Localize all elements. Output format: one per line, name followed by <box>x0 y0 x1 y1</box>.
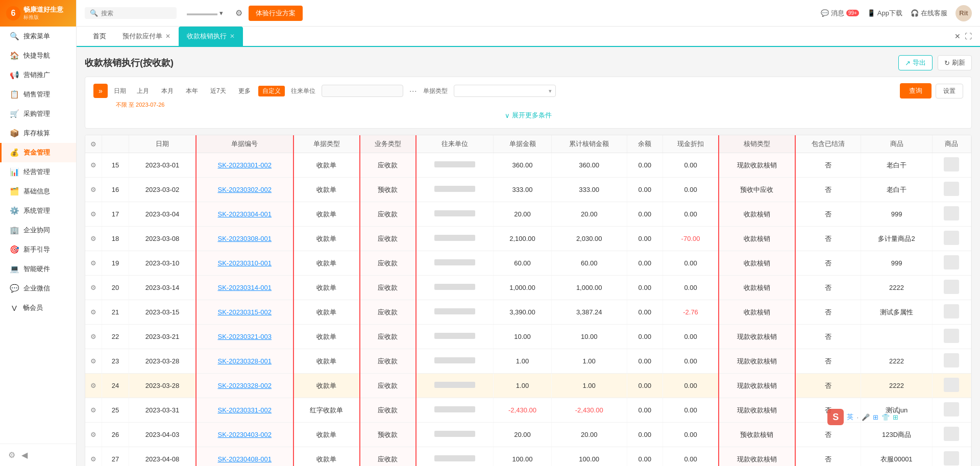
expand-more-row[interactable]: ∨ 展开更多条件 <box>93 109 963 122</box>
sidebar-item-search[interactable]: 🔍搜索菜单 <box>0 27 76 46</box>
filter-expand-arrow[interactable]: » <box>93 84 108 98</box>
sidebar-item-operations[interactable]: 📊经营管理 <box>0 162 76 182</box>
row-writeoff-amount: 100.00 <box>551 447 627 467</box>
row-writeoff-amount: 360.00 <box>551 153 627 178</box>
expand-tab-icon[interactable]: ⛶ <box>965 32 972 40</box>
order-no-link[interactable]: SK-20230308-001 <box>218 235 272 242</box>
date-btn-custom[interactable]: 自定义 <box>258 86 285 96</box>
order-no-link[interactable]: SK-20230301-002 <box>218 161 272 169</box>
row-include-settled: 否 <box>795 202 861 227</box>
row-product2 <box>932 398 971 423</box>
tab-writeoff[interactable]: 收款核销执行 ✕ <box>179 27 243 47</box>
col-settings[interactable]: ⚙ <box>85 135 102 153</box>
search-input[interactable] <box>101 10 167 17</box>
date-btn-7days[interactable]: 近7天 <box>206 85 231 97</box>
sidebar-item-inventory[interactable]: 📦库存核算 <box>0 124 76 143</box>
row-order-no: SK-20230328-002 <box>196 374 293 398</box>
settings-row-button[interactable]: 设置 <box>936 84 963 99</box>
order-no-link[interactable]: SK-20230310-001 <box>218 259 272 267</box>
row-party <box>416 251 494 276</box>
row-settings[interactable]: ⚙ <box>85 202 102 227</box>
row-settings[interactable]: ⚙ <box>85 300 102 325</box>
order-no-link[interactable]: SK-20230321-003 <box>218 333 272 340</box>
row-settings[interactable]: ⚙ <box>85 276 102 300</box>
order-no-link[interactable]: SK-20230314-001 <box>218 284 272 291</box>
row-settings[interactable]: ⚙ <box>85 374 102 398</box>
workspace-dropdown[interactable]: ▬▬▬▬▬ ▾ <box>183 7 227 19</box>
row-settings[interactable]: ⚙ <box>85 447 102 467</box>
row-settings[interactable]: ⚙ <box>85 178 102 202</box>
refresh-button[interactable]: ↻ 刷新 <box>938 55 972 70</box>
sidebar-item-sales[interactable]: 📋销售管理 <box>0 85 76 104</box>
tab-home[interactable]: 首页 <box>85 27 114 47</box>
sidebar-item-system[interactable]: ⚙️系统管理 <box>0 201 76 220</box>
sidebar-label-member: 畅会员 <box>23 303 43 312</box>
row-settings[interactable]: ⚙ <box>85 227 102 251</box>
order-no-link[interactable]: SK-20230304-001 <box>218 210 272 218</box>
date-btn-this-month[interactable]: 本月 <box>157 85 178 97</box>
row-settings[interactable]: ⚙ <box>85 398 102 423</box>
export-button[interactable]: ↗ 导出 <box>898 55 933 70</box>
row-product: 999 <box>861 202 932 227</box>
sidebar-item-hardware[interactable]: 💻智能硬件 <box>0 259 76 279</box>
sidebar-item-finance[interactable]: 💰资金管理 <box>0 143 76 162</box>
table-row: ⚙ 15 2023-03-01 SK-20230301-002 收款单 应收款 … <box>85 153 971 178</box>
row-settings[interactable]: ⚙ <box>85 349 102 374</box>
service-action[interactable]: 🎧 在线客服 <box>911 9 947 18</box>
sidebar-item-marketing[interactable]: 📢营销推广 <box>0 65 76 85</box>
row-settings[interactable]: ⚙ <box>85 325 102 349</box>
row-cash-discount: 0.00 <box>663 349 719 374</box>
topbar-settings-icon[interactable]: ⚙ <box>235 8 242 18</box>
query-button[interactable]: 查询 <box>900 83 932 99</box>
row-settings[interactable]: ⚙ <box>85 423 102 447</box>
row-amount: 3,390.00 <box>494 300 551 325</box>
col-amount: 单据金额 <box>494 135 551 153</box>
row-amount: 360.00 <box>494 153 551 178</box>
row-balance: 0.00 <box>627 153 663 178</box>
order-no-link[interactable]: SK-20230331-002 <box>218 406 272 414</box>
doc-type-select[interactable] <box>454 85 556 97</box>
date-btn-this-year[interactable]: 本年 <box>181 85 203 97</box>
date-btn-more[interactable]: 更多 <box>234 85 255 97</box>
main: 🔍 ▬▬▬▬▬ ▾ ⚙ 体验行业方案 💬 消息 99+ 📱 App下载 🎧 在线… <box>77 0 980 466</box>
sidebar-item-wechat[interactable]: 💬企业微信 <box>0 279 76 298</box>
tab-prepay-close[interactable]: ✕ <box>165 33 170 40</box>
sidebar-item-corp[interactable]: 🏢企业协同 <box>0 220 76 240</box>
row-include-settled: 否 <box>795 227 861 251</box>
order-no-link[interactable]: SK-20230403-002 <box>218 431 272 438</box>
row-date: 2023-03-14 <box>129 276 196 300</box>
solution-button[interactable]: 体验行业方案 <box>249 6 303 21</box>
settings-icon[interactable]: ⚙ <box>8 450 15 460</box>
collapse-icon[interactable]: ◀ <box>21 450 28 460</box>
sidebar-item-shortcut[interactable]: 🏠快捷导航 <box>0 46 76 65</box>
close-tab-icon[interactable]: ✕ <box>954 32 961 40</box>
row-product2 <box>932 325 971 349</box>
sidebar-item-guide[interactable]: 🎯新手引导 <box>0 240 76 259</box>
row-cash-discount: 0.00 <box>663 447 719 467</box>
row-settings[interactable]: ⚙ <box>85 251 102 276</box>
date-btn-last-month[interactable]: 上月 <box>132 85 154 97</box>
app-download-action[interactable]: 📱 App下载 <box>867 9 902 18</box>
order-no-link[interactable]: SK-20230328-001 <box>218 357 272 365</box>
sidebar-item-member[interactable]: V畅会员 <box>0 298 76 317</box>
tab-prepay[interactable]: 预付款应付单 ✕ <box>114 27 179 47</box>
order-no-link[interactable]: SK-20230408-001 <box>218 455 272 463</box>
row-include-settled: 否 <box>795 251 861 276</box>
col-biz-type: 业务类型 <box>360 135 416 153</box>
user-avatar[interactable]: Rit <box>955 5 972 21</box>
tab-writeoff-close[interactable]: ✕ <box>230 33 235 40</box>
search-box[interactable]: 🔍 <box>85 7 177 19</box>
sidebar-item-basic[interactable]: 🗂️基础信息 <box>0 182 76 201</box>
sidebar-item-purchase[interactable]: 🛒采购管理 <box>0 104 76 124</box>
content: 收款核销执行(按收款) ↗ 导出 ↻ 刷新 » 日期 <box>77 47 980 466</box>
party-input[interactable] <box>322 85 403 97</box>
order-no-link[interactable]: SK-20230315-002 <box>218 308 272 316</box>
order-no-link[interactable]: SK-20230328-002 <box>218 382 272 389</box>
row-settings[interactable]: ⚙ <box>85 153 102 178</box>
order-no-link[interactable]: SK-20230302-002 <box>218 186 272 193</box>
sidebar: 6 畅康道好生意 标推版 🔍搜索菜单🏠快捷导航📢营销推广📋销售管理🛒采购管理📦库… <box>0 0 77 466</box>
message-action[interactable]: 💬 消息 99+ <box>821 9 859 18</box>
expand-icon: ∨ <box>505 112 510 119</box>
party-dots[interactable]: ··· <box>409 86 417 96</box>
row-product2 <box>932 178 971 202</box>
